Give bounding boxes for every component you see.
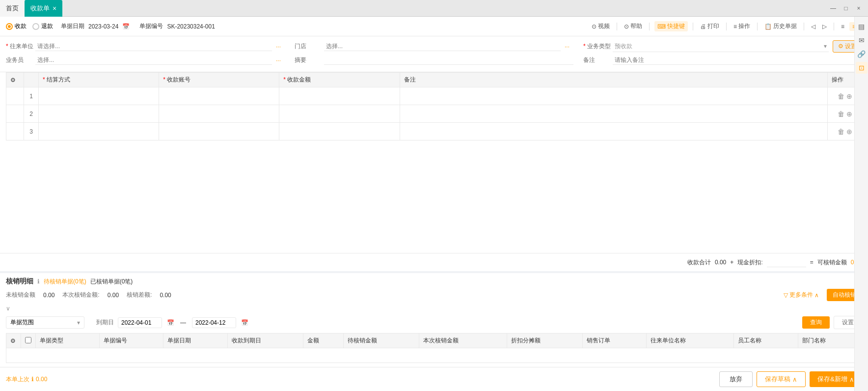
copy-row-button[interactable]: ⊕ [846,92,852,100]
row-num-header [24,73,39,87]
store-input[interactable] [324,42,561,51]
total-label: 收款合计 [687,258,711,267]
biz-type-chevron-icon: ▾ [824,43,827,50]
divider6 [804,23,804,30]
calendar-to-icon[interactable]: 📅 [241,319,248,326]
diff-value: 0.00 [160,292,171,299]
nav-next-button[interactable]: ▷ [820,22,829,31]
shortcut-button[interactable]: ⌨ 快捷键 [654,21,688,31]
biz-type-select[interactable]: 预收款 ▾ [613,41,829,52]
account-cell[interactable] [159,123,279,140]
partner-more-icon[interactable]: ··· [276,43,281,50]
history-icon: 📋 [764,23,772,30]
copy-row-button[interactable]: ⊕ [846,128,852,136]
row-num-cell: 3 [24,123,39,140]
save-draft-label: 保存草稿 [765,375,790,384]
divider7 [834,23,834,30]
help-button[interactable]: ⊙ 帮助 [622,21,644,31]
partner-label: 往来单位 [6,42,35,51]
doc-no-label: 单据编号 [139,22,163,30]
sidebar-icon-link[interactable]: 🔗 [856,48,868,60]
discard-button[interactable]: 放弃 [719,371,753,387]
doc-range-label: 单据范围 [10,318,34,327]
shortcut-icon: ⌨ [657,23,666,30]
verify-toolbar: ∨ [6,305,862,312]
more-conditions-button[interactable]: ▽ 更多条件 ∧ [784,291,819,299]
amount-cell[interactable] [279,87,400,105]
done-tab[interactable]: 已核销单据(0笔) [90,278,133,286]
delete-row-button[interactable]: 🗑 [838,92,844,100]
settings-icon: ⚙ [838,43,843,50]
nav-prev-button[interactable]: ◁ [809,22,817,31]
staff-more-icon[interactable]: ··· [276,57,281,64]
operation-button[interactable]: ≡ 操作 [732,21,752,31]
history-button[interactable]: 📋 历史单据 [762,21,799,31]
query-button[interactable]: 查询 [802,316,830,329]
discount-input[interactable] [767,257,806,267]
window-close-button[interactable]: × [854,4,863,13]
video-button[interactable]: ⊙ 视频 [590,21,612,31]
gear-col-header[interactable]: ⚙ [6,334,21,348]
settlement-cell[interactable] [39,87,159,105]
gear-header[interactable]: ⚙ [6,73,24,87]
delete-row-button[interactable]: 🗑 [838,110,844,118]
account-cell[interactable] [159,87,279,105]
tab-close-icon[interactable]: × [53,4,56,12]
chevron-down-icon: ∨ [6,305,10,312]
store-label: 门店 [295,42,324,51]
biz-type-label: 业务类型 [583,42,613,51]
top-toolbar: 收款 退款 单据日期 2023-03-24 📅 单据编号 SK-20230324… [0,17,868,36]
checkbox-col-header[interactable] [21,334,36,348]
note-input[interactable] [613,56,862,65]
select-all-checkbox[interactable] [25,337,31,343]
amount-cell[interactable] [279,105,400,123]
tab-home[interactable]: 首页 [0,0,25,17]
settlement-cell[interactable] [39,105,159,123]
staff-input[interactable] [35,56,272,65]
partner-input[interactable] [35,42,272,51]
note-cell[interactable] [400,105,828,123]
summary-input[interactable] [324,56,573,65]
minimize-button[interactable]: — [829,4,838,13]
radio-refund[interactable]: 退款 [32,22,53,30]
store-field: 门店 ··· [295,42,573,51]
sidebar-icon-table[interactable]: ▤ [856,21,868,32]
tab-home-label: 首页 [6,4,19,13]
maximize-button[interactable]: □ [841,4,850,13]
date-separator: — [180,319,186,326]
sidebar-icon-mail[interactable]: ✉ [856,34,868,46]
discount-label: 现金折扣: [737,258,762,267]
filter-icon: ▽ [784,292,788,299]
settlement-cell[interactable] [39,123,159,140]
unverified-value: 0.00 [43,292,54,299]
total-value: 0.00 [715,259,726,266]
due-date-from-input[interactable] [118,317,162,328]
account-cell[interactable] [159,105,279,123]
main-container: 收款 退款 单据日期 2023-03-24 📅 单据编号 SK-20230324… [0,17,868,391]
save-draft-button[interactable]: 保存草稿 ∧ [757,371,806,387]
pending-tab[interactable]: 待核销单据(0笔) [44,278,86,286]
radio-receipt[interactable]: 收款 [6,22,27,30]
due-date-to-input[interactable] [192,317,236,328]
calendar-from-icon[interactable]: 📅 [167,319,174,326]
note-field: 备注 [583,56,862,65]
layout1-button[interactable]: ≡ [839,22,846,31]
delete-row-button[interactable]: 🗑 [838,128,844,136]
note-cell[interactable] [400,123,828,140]
bottom-bar: 本单上次 ℹ 0.00 放弃 保存草稿 ∧ 保存&新增 ∧ [0,367,868,391]
this-verify-value: 0.00 [108,292,119,299]
note-cell[interactable] [400,87,828,105]
verify-info-icon[interactable]: ℹ [37,278,40,285]
sidebar-icon-expand[interactable]: ⊡ [856,62,868,74]
tab-receipt[interactable]: 收款单 × [25,0,62,17]
doc-range-chevron-icon: ▾ [77,319,80,326]
store-more-icon[interactable]: ··· [565,43,570,50]
note-label: 备注 [583,56,613,64]
calendar-icon[interactable]: 📅 [122,23,130,30]
amount-cell[interactable] [279,123,400,140]
doc-range-select[interactable]: 单据范围 ▾ [6,316,84,329]
copy-row-button[interactable]: ⊕ [846,110,852,118]
radio-receipt-dot [6,23,13,30]
doc-date-value: 2023-03-24 [88,23,118,30]
print-button[interactable]: 🖨 打印 [698,21,721,31]
